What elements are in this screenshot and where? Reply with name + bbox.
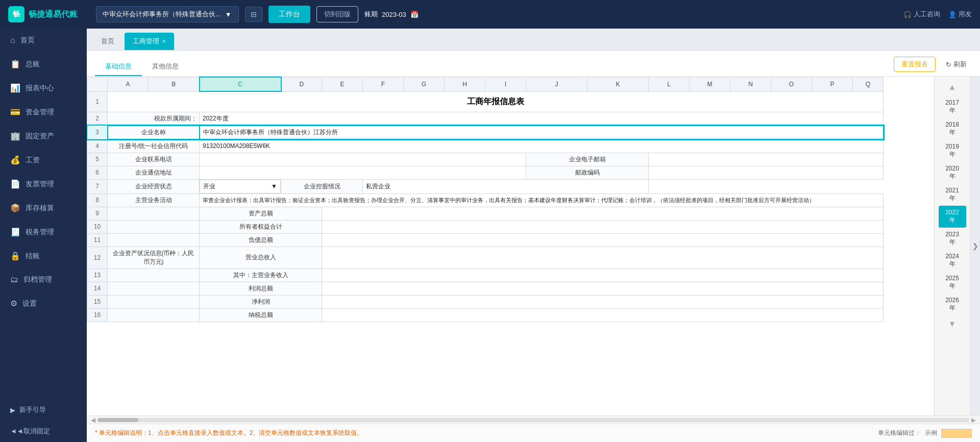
chevron-down-icon: ▼ [225, 11, 232, 18]
refresh-button[interactable]: ↻ 刷新 [941, 57, 972, 71]
service-label: 人工咨询 [914, 10, 940, 19]
col-c-header: C [200, 77, 281, 91]
right-label-cell: 企业控股情况 [281, 179, 363, 193]
main-panel: 基础信息 其他信息 重置报表 ↻ 刷新 [87, 51, 980, 442]
data-cell[interactable] [322, 308, 884, 322]
row-num-header [87, 77, 108, 91]
home-icon: ⌂ [10, 36, 15, 45]
row-num: 2 [87, 112, 108, 126]
sidebar-item-label-home: 首页 [20, 36, 35, 45]
year-nav-down-button[interactable]: ▼ [946, 317, 959, 331]
service-btn[interactable]: 🎧 人工咨询 [903, 10, 940, 19]
sidebar-item-home[interactable]: ⌂首页 [0, 29, 87, 52]
sidebar-item-tax[interactable]: 🧾税务管理 [0, 220, 87, 244]
data-cell[interactable] [200, 166, 526, 179]
header-right: 🎧 人工咨询 👤 用友 [903, 10, 972, 19]
sidebar-cancel-pin[interactable]: ◄◄取消固定 [0, 421, 87, 442]
sub-tab-basic-info[interactable]: 基础信息 [95, 58, 142, 76]
row-num: 6 [87, 166, 108, 179]
sidebar-item-ledger[interactable]: 📋总账 [0, 52, 87, 76]
data-cell[interactable] [322, 220, 884, 233]
data-cell[interactable] [322, 282, 884, 295]
col-h-header: H [445, 77, 485, 91]
tax-icon: 🧾 [10, 227, 20, 237]
data-cell[interactable] [322, 268, 884, 282]
year-nav-up-button[interactable]: ▲ [946, 81, 959, 94]
year-button-2018年[interactable]: 2018年 [939, 118, 966, 140]
horizontal-scrollbar[interactable]: ◀ ▶ [87, 415, 980, 424]
data-cell[interactable]: 2022年度 [200, 112, 884, 126]
dropdown-icon[interactable]: ▼ [271, 183, 277, 190]
switch-version-button[interactable]: 切到旧版 [316, 6, 358, 22]
calendar-icon[interactable]: 📅 [410, 11, 419, 18]
title-cell: 工商年报信息表 [108, 91, 884, 112]
col-p-header: P [812, 77, 853, 91]
table-row: 4 注册号/统一社会信用代码 91320100MA208E5W6K [87, 139, 884, 153]
sidebar-item-close[interactable]: 🔒结账 [0, 244, 87, 268]
col-a-header: A [108, 77, 149, 91]
guide-icon: ▶ [10, 406, 15, 414]
company-selector[interactable]: 中审众环会计师事务所（特殊普通合伙... ▼ [96, 6, 239, 22]
year-button-2024年[interactable]: 2024年 [939, 250, 966, 272]
data-cell[interactable] [322, 207, 884, 220]
year-button-2022年[interactable]: 2022年 [939, 206, 966, 228]
reset-report-button[interactable]: 重置报表 [894, 57, 936, 72]
scroll-left-icon[interactable]: ◀ [89, 416, 97, 424]
label-cell: 企业经营状态 [108, 179, 200, 193]
reports-icon: 📊 [10, 83, 20, 93]
headset-icon: 🎧 [903, 11, 912, 18]
col-g-header: G [404, 77, 445, 91]
tab-home[interactable]: 首页 [93, 33, 122, 50]
copy-icon: ⊟ [251, 10, 257, 18]
label-cell: 企业联系电话 [108, 153, 200, 166]
workbench-button[interactable]: 工作台 [268, 6, 310, 23]
sidebar-item-finance[interactable]: 💳资金管理 [0, 100, 87, 124]
data-cell[interactable] [322, 247, 884, 268]
top-header: 畅 畅捷通易代账 中审众环会计师事务所（特殊普通合伙... ▼ ⊟ 工作台 切到… [0, 0, 980, 29]
scroll-right-icon[interactable]: ▶ [969, 416, 978, 424]
sidebar-item-archive[interactable]: 🗂归档管理 [0, 268, 87, 291]
label-cell [108, 308, 200, 322]
table-row[interactable]: 3 企业名称 中审众环会计师事务所（特殊普通合伙）江苏分所 [87, 126, 884, 139]
row-num: 7 [87, 179, 108, 193]
sidebar-item-new-user[interactable]: ▶ 新手引导 [0, 399, 87, 421]
year-button-2020年[interactable]: 2020年 [939, 162, 966, 184]
col-k-header: K [587, 77, 649, 91]
collapse-panel[interactable]: ❯ [970, 77, 980, 415]
data-cell[interactable] [322, 295, 884, 308]
sidebar-item-settings[interactable]: ⚙设置 [0, 291, 87, 315]
data-cell[interactable]: 审查企业会计报表；出具审计报告；验证企业资本；出具验资报告；办理企业合开、分立、… [200, 193, 884, 207]
sidebar-item-assets[interactable]: 🏢固定资产 [0, 124, 87, 148]
data-cell[interactable]: 中审众环会计师事务所（特殊普通合伙）江苏分所 [200, 126, 884, 139]
tab-close-icon[interactable]: × [162, 38, 166, 45]
sidebar-item-inventory[interactable]: 📦库存核算 [0, 196, 87, 220]
scroll-track[interactable] [97, 418, 969, 422]
scroll-thumb[interactable] [97, 418, 138, 422]
right-data-cell[interactable]: 私营企业 [363, 179, 649, 193]
sidebar-item-reports[interactable]: 📊报表中心 [0, 76, 87, 100]
right-data-cell[interactable] [649, 166, 884, 179]
year-button-2019年[interactable]: 2019年 [939, 140, 966, 162]
right-data-cell[interactable] [649, 153, 884, 166]
label-cell [108, 220, 200, 233]
sidebar-item-payroll[interactable]: 💰工资 [0, 148, 87, 172]
tab-industrial-commerce[interactable]: 工商管理 × [125, 33, 174, 50]
data-cell[interactable]: 91320100MA208E5W6K [200, 139, 884, 153]
invoice-icon: 📄 [10, 179, 20, 189]
year-button-2026年[interactable]: 2026年 [939, 293, 966, 315]
sub-tab-other-info[interactable]: 其他信息 [142, 58, 189, 76]
finance-icon: 💳 [10, 107, 20, 117]
table-row: 11 负债总额 [87, 233, 884, 247]
data-cell[interactable]: 开业 ▼ [200, 180, 281, 193]
logo-icon: 畅 [8, 6, 24, 22]
user-btn[interactable]: 👤 用友 [948, 10, 972, 19]
year-button-2017年[interactable]: 2017年 [939, 96, 966, 118]
data-cell[interactable] [322, 233, 884, 247]
spreadsheet-main[interactable]: A B C D E F G H I J K L [87, 77, 934, 415]
year-button-2021年[interactable]: 2021年 [939, 184, 966, 206]
year-button-2025年[interactable]: 2025年 [939, 272, 966, 293]
copy-icon-btn[interactable]: ⊟ [245, 7, 262, 22]
data-cell[interactable] [200, 153, 526, 166]
sidebar-item-invoice[interactable]: 📄发票管理 [0, 172, 87, 196]
year-button-2023年[interactable]: 2023年 [939, 228, 966, 250]
